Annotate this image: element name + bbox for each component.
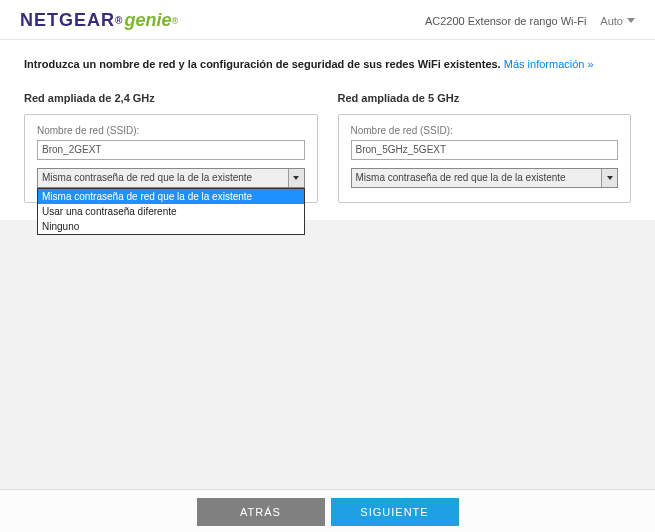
logo: NETGEAR® genie®	[20, 10, 178, 31]
panel-24-title: Red ampliada de 2,4 GHz	[24, 92, 318, 104]
language-label: Auto	[600, 15, 623, 27]
ssid-24-label: Nombre de red (SSID):	[37, 125, 305, 136]
password-5-select-text: Misma contraseña de red que la de la exi…	[352, 172, 566, 183]
more-info-link[interactable]: Más información »	[504, 58, 594, 70]
password-24-dropdown: Misma contraseña de red que la de la exi…	[37, 188, 305, 235]
ssid-24-input[interactable]	[37, 140, 305, 160]
chevron-down-icon	[627, 18, 635, 23]
intro-text: Introduzca un nombre de red y la configu…	[24, 58, 631, 70]
registered-icon: ®	[171, 16, 178, 26]
chevron-down-icon	[293, 176, 299, 180]
password-24-select[interactable]: Misma contraseña de red que la de la exi…	[37, 168, 305, 188]
logo-product: genie	[124, 10, 171, 31]
back-button[interactable]: ATRÁS	[197, 498, 325, 526]
dropdown-option-different[interactable]: Usar una contraseña diferente	[38, 204, 304, 219]
dropdown-option-none[interactable]: Ninguno	[38, 219, 304, 234]
next-button[interactable]: SIGUIENTE	[331, 498, 459, 526]
logo-brand: NETGEAR	[20, 10, 115, 31]
panel-5-title: Red ampliada de 5 GHz	[338, 92, 632, 104]
ssid-5-input[interactable]	[351, 140, 619, 160]
dropdown-option-same[interactable]: Misma contraseña de red que la de la exi…	[38, 189, 304, 204]
chevron-down-icon	[607, 176, 613, 180]
empty-area	[0, 220, 655, 520]
header: NETGEAR® genie® AC2200 Extensor de rango…	[0, 0, 655, 40]
password-24-select-text: Misma contraseña de red que la de la exi…	[38, 172, 252, 183]
select-button-icon	[601, 169, 617, 187]
ssid-5-label: Nombre de red (SSID):	[351, 125, 619, 136]
product-name: AC2200 Extensor de rango Wi-Fi	[425, 15, 586, 27]
panel-5: Nombre de red (SSID): Misma contraseña d…	[338, 114, 632, 203]
password-5-select[interactable]: Misma contraseña de red que la de la exi…	[351, 168, 619, 188]
select-button-icon	[288, 169, 304, 187]
language-dropdown[interactable]: Auto	[600, 15, 635, 27]
registered-icon: ®	[115, 15, 122, 26]
panel-24: Nombre de red (SSID): Misma contraseña d…	[24, 114, 318, 203]
footer: ATRÁS SIGUIENTE	[0, 489, 655, 532]
